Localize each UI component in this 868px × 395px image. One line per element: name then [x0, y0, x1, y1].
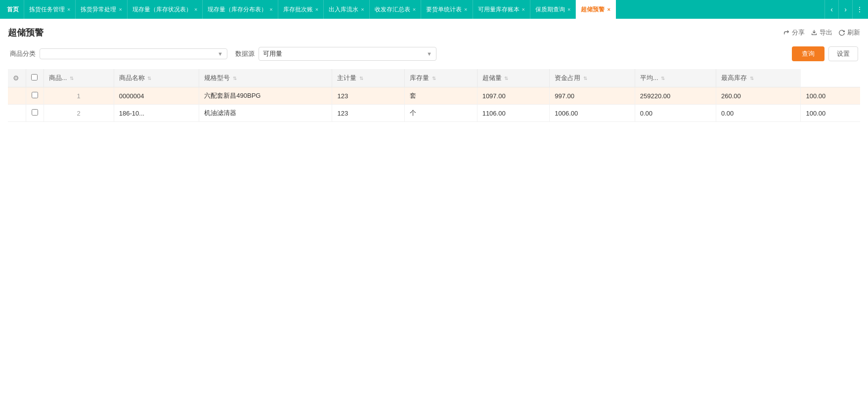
sort-icon-code: ⇅	[70, 76, 74, 81]
nav-next-button[interactable]: ›	[838, 0, 852, 19]
sort-icon-stock: ⇅	[432, 76, 436, 81]
datasource-filter-item: 数据源 可用量 ▼	[235, 47, 436, 61]
col-capital-label: 资金占用	[555, 74, 580, 81]
col-header-code[interactable]: 商品... ⇅	[43, 69, 114, 87]
row-stock-cell: 1106.00	[477, 105, 550, 122]
tab-label-7: 收发存汇总表	[375, 5, 410, 14]
row-avg-cell: 0.00	[716, 105, 801, 122]
top-nav: 首页 拣货任务管理 × 拣货异常处理 × 现存量（库存状况表） × 现存量（库存…	[0, 0, 868, 19]
col-header-name[interactable]: 商品名称 ⇅	[114, 69, 199, 87]
sort-icon-capital: ⇅	[583, 76, 587, 81]
col-header-unit[interactable]: 主计量 ⇅	[332, 69, 405, 87]
row-check-cell[interactable]	[26, 105, 43, 122]
close-tab-4[interactable]: ×	[269, 6, 272, 12]
share-icon	[783, 29, 790, 36]
tab-label-6: 出入库流水	[329, 5, 358, 14]
col-stock-label: 库存量	[410, 74, 429, 81]
table-row: 1 0000004 六配套新昌490BPG 123 套 1097.00 997.…	[8, 87, 860, 105]
export-icon	[811, 29, 818, 36]
category-filter-item: 商品分类 ▼	[10, 48, 227, 59]
header-actions: 分享 导出 刷新	[783, 28, 860, 37]
row-idx-cell: 2	[43, 105, 114, 122]
tab-label-10: 保质期查询	[535, 5, 565, 14]
settings-button[interactable]: 设置	[828, 46, 858, 61]
nav-tab-8[interactable]: 要货单统计表 ×	[421, 0, 473, 19]
sort-icon-maxstock: ⇅	[750, 76, 754, 81]
table-settings-gear-icon[interactable]: ⚙	[13, 74, 19, 82]
nav-more-button[interactable]: ⋮	[852, 0, 866, 19]
row-settings-cell	[8, 105, 26, 122]
col-header-settings[interactable]: ⚙	[8, 69, 26, 87]
row-checkbox-1[interactable]	[32, 109, 38, 116]
col-header-capital[interactable]: 资金占用 ⇅	[550, 69, 635, 87]
col-header-maxstock[interactable]: 最高库存 ⇅	[716, 69, 801, 87]
col-spec-label: 规格型号	[204, 74, 230, 81]
datasource-filter-label: 数据源	[235, 49, 255, 58]
sort-icon-avg: ⇅	[661, 76, 665, 81]
col-header-stock[interactable]: 库存量 ⇅	[405, 69, 477, 87]
share-button[interactable]: 分享	[783, 28, 805, 37]
nav-tab-11[interactable]: 超储预警 ×	[576, 0, 615, 19]
close-tab-6[interactable]: ×	[361, 6, 364, 12]
nav-arrows: ‹ › ⋮	[825, 0, 866, 19]
row-code-cell: 186-10...	[114, 105, 199, 122]
select-all-checkbox[interactable]	[31, 74, 38, 80]
row-code-cell: 0000004	[114, 87, 199, 105]
nav-tab-9[interactable]: 可用量库存账本 ×	[473, 0, 530, 19]
row-maxstock-cell: 100.00	[801, 87, 860, 105]
col-header-check[interactable]	[26, 69, 43, 87]
row-maxstock-cell: 100.00	[801, 105, 860, 122]
close-tab-1[interactable]: ×	[67, 6, 70, 12]
nav-tab-3[interactable]: 现存量（库存状况表） ×	[128, 0, 203, 19]
close-tab-8[interactable]: ×	[464, 6, 467, 12]
close-tab-9[interactable]: ×	[522, 6, 525, 12]
tab-label-1: 拣货任务管理	[29, 5, 65, 14]
category-chevron-icon: ▼	[217, 51, 223, 57]
close-tab-11[interactable]: ×	[607, 6, 610, 12]
row-capital-cell: 0.00	[635, 105, 716, 122]
row-spec-cell: 123	[332, 87, 405, 105]
nav-tab-2[interactable]: 拣货异常处理 ×	[76, 0, 127, 19]
tab-label-3: 现存量（库存状况表）	[132, 5, 192, 14]
col-over-label: 超储量	[482, 74, 502, 81]
close-tab-7[interactable]: ×	[413, 6, 416, 12]
row-capital-cell: 259220.00	[635, 87, 716, 105]
nav-home[interactable]: 首页	[2, 0, 24, 19]
close-tab-2[interactable]: ×	[119, 6, 122, 12]
nav-tab-6[interactable]: 出入库流水 ×	[324, 0, 369, 19]
row-over-cell: 1006.00	[550, 105, 635, 122]
datasource-select[interactable]: 可用量 ▼	[259, 47, 436, 61]
category-select[interactable]: ▼	[40, 48, 227, 59]
tab-label-5: 库存批次账	[283, 5, 313, 14]
nav-tab-1[interactable]: 拣货任务管理 ×	[24, 0, 76, 19]
col-maxstock-label: 最高库存	[721, 74, 747, 81]
page-content: 超储预警 分享 导出 刷新	[0, 19, 868, 395]
nav-prev-button[interactable]: ‹	[825, 0, 838, 19]
refresh-icon	[838, 29, 845, 36]
close-tab-3[interactable]: ×	[194, 6, 197, 12]
export-button[interactable]: 导出	[811, 28, 832, 37]
table-header-row: ⚙ 商品... ⇅ 商品名称 ⇅ 规格型号 ⇅ 主计量	[8, 69, 860, 87]
close-tab-5[interactable]: ×	[315, 6, 318, 12]
col-code-label: 商品...	[49, 74, 67, 81]
query-button[interactable]: 查询	[792, 46, 825, 61]
row-checkbox-0[interactable]	[32, 92, 38, 98]
col-avg-label: 平均...	[640, 74, 658, 81]
refresh-button[interactable]: 刷新	[838, 28, 860, 37]
col-header-spec[interactable]: 规格型号 ⇅	[199, 69, 332, 87]
col-header-over[interactable]: 超储量 ⇅	[477, 69, 550, 87]
col-header-avg[interactable]: 平均... ⇅	[635, 69, 716, 87]
nav-tab-7[interactable]: 收发存汇总表 ×	[370, 0, 421, 19]
row-unit-cell: 套	[405, 87, 477, 105]
nav-tab-10[interactable]: 保质期查询 ×	[530, 0, 576, 19]
tab-label-8: 要货单统计表	[426, 5, 462, 14]
col-unit-label: 主计量	[337, 74, 356, 81]
nav-tab-5[interactable]: 库存批次账 ×	[278, 0, 324, 19]
close-tab-10[interactable]: ×	[567, 6, 570, 12]
nav-tab-4[interactable]: 现存量（库存分布表） ×	[203, 0, 278, 19]
share-label: 分享	[792, 28, 805, 37]
row-check-cell[interactable]	[26, 87, 43, 105]
home-label: 首页	[7, 5, 19, 14]
page-header: 超储预警 分享 导出 刷新	[8, 27, 860, 39]
tab-label-11: 超储预警	[581, 5, 605, 14]
